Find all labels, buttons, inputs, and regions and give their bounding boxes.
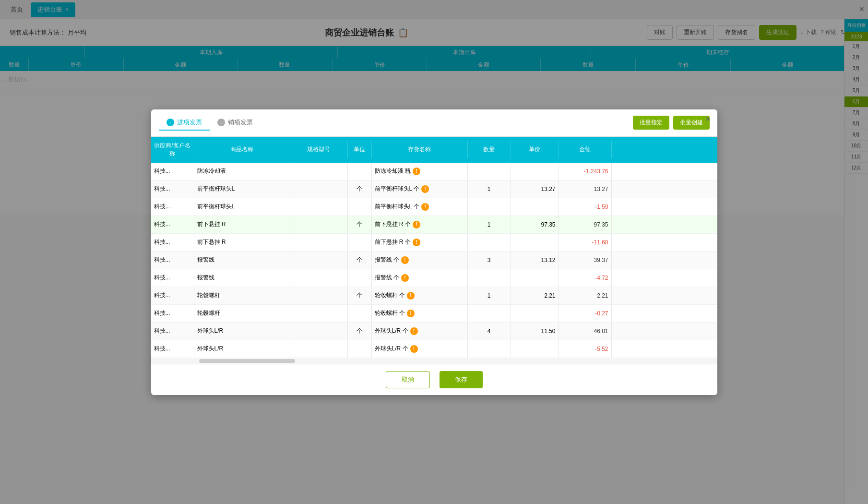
col-inventory-header: 存货名称 bbox=[372, 141, 468, 158]
cell-inventory: 外球头L/R 个 ! bbox=[372, 323, 468, 340]
warning-icon: ! bbox=[410, 345, 418, 353]
cell-qty: 3 bbox=[468, 252, 511, 269]
scroll-thumb[interactable] bbox=[199, 359, 295, 363]
warning-icon: ! bbox=[410, 327, 418, 335]
col-amount-header: 金额 bbox=[559, 141, 612, 158]
tab-input-invoice[interactable]: ↑ 进项发票 bbox=[159, 115, 210, 131]
cell-qty: 1 bbox=[468, 180, 511, 198]
warning-icon: ! bbox=[413, 221, 420, 228]
cell-product: 外球头L/R bbox=[194, 323, 290, 340]
cell-qty bbox=[468, 305, 511, 322]
modal-overlay: ↑ 进项发票 ↓ 销项发票 批量指定 批量创建 × bbox=[0, 0, 868, 504]
cell-supplier: 科技... bbox=[151, 305, 194, 322]
table-row[interactable]: 科技... 前下悬挂 R 个 前下悬挂 R 个 ! 1 97.35 97.35 bbox=[151, 216, 717, 234]
cell-amount: 13.27 bbox=[559, 180, 612, 198]
cell-spec bbox=[290, 252, 348, 269]
warning-icon: ! bbox=[421, 185, 429, 193]
warning-icon: ! bbox=[401, 256, 409, 264]
cell-unit: 个 bbox=[348, 216, 372, 233]
cell-inventory: 前平衡杆球头L 个 ! bbox=[372, 180, 468, 198]
table-row[interactable]: 科技... 外球头L/R 外球头L/R 个 ! -5.52 bbox=[151, 340, 717, 358]
save-button[interactable]: 保存 bbox=[440, 371, 483, 388]
cell-qty: 4 bbox=[468, 323, 511, 340]
dialog: ↑ 进项发票 ↓ 销项发票 批量指定 批量创建 × bbox=[151, 109, 717, 395]
scroll-area[interactable] bbox=[151, 358, 717, 364]
table-row[interactable]: 科技... 前平衡杆球头L 前平衡杆球头L 个 ! -1.59 bbox=[151, 198, 717, 216]
cell-price bbox=[511, 234, 559, 251]
cell-product: 报警线 bbox=[194, 269, 290, 287]
table-row[interactable]: 科技... 外球头L/R 个 外球头L/R 个 ! 4 11.50 46.01 bbox=[151, 323, 717, 340]
main-content: 销售成本计算方法： 月平均 商贸企业进销台账 📋 对账 重新开账 存货别名 生成… bbox=[0, 19, 868, 504]
cell-qty: 1 bbox=[468, 287, 511, 304]
col-price-header: 单价 bbox=[511, 141, 559, 158]
tab-output-invoice[interactable]: ↓ 销项发票 bbox=[210, 115, 261, 131]
batch-assign-button[interactable]: 批量指定 bbox=[633, 116, 669, 130]
col-spec-header: 规格型号 bbox=[290, 141, 348, 158]
dialog-header-actions: 批量指定 批量创建 bbox=[633, 116, 710, 130]
cell-product: 前平衡杆球头L bbox=[194, 180, 290, 198]
cell-supplier: 科技... bbox=[151, 180, 194, 198]
cell-spec bbox=[290, 305, 348, 322]
table-row[interactable]: 科技... 报警线 报警线 个 ! -4.72 bbox=[151, 269, 717, 287]
cell-qty bbox=[468, 198, 511, 216]
cell-unit: 个 bbox=[348, 252, 372, 269]
cell-spec bbox=[290, 216, 348, 233]
cell-amount: -11.68 bbox=[559, 234, 612, 251]
warning-icon: ! bbox=[413, 239, 420, 246]
cell-inventory: 外球头L/R 个 ! bbox=[372, 340, 468, 358]
cell-price bbox=[511, 305, 559, 322]
cell-spec bbox=[290, 287, 348, 304]
cell-spec bbox=[290, 163, 348, 180]
cell-inventory: 报警线 个 ! bbox=[372, 252, 468, 269]
cell-spec bbox=[290, 180, 348, 198]
cell-supplier: 科技... bbox=[151, 323, 194, 340]
cell-qty bbox=[468, 340, 511, 358]
cell-price: 13.12 bbox=[511, 252, 559, 269]
dialog-tabs: ↑ 进项发票 ↓ 销项发票 bbox=[159, 115, 261, 131]
cell-product: 前平衡杆球头L bbox=[194, 198, 290, 216]
cell-unit bbox=[348, 269, 372, 287]
dialog-footer: 取消 保存 bbox=[151, 364, 717, 395]
cell-product: 报警线 bbox=[194, 252, 290, 269]
cell-amount: -4.72 bbox=[559, 269, 612, 287]
dialog-table-header: 供应商/客户名称 商品名称 规格型号 单位 存货名称 数量 单价 金额 bbox=[151, 137, 717, 163]
cell-unit: 个 bbox=[348, 323, 372, 340]
table-row[interactable]: 科技... 前下悬挂 R 前下悬挂 R 个 ! -11.68 bbox=[151, 234, 717, 252]
cell-price: 2.21 bbox=[511, 287, 559, 304]
cancel-button[interactable]: 取消 bbox=[386, 371, 430, 388]
cell-unit bbox=[348, 340, 372, 358]
cell-inventory: 轮毂螺杆 个 ! bbox=[372, 287, 468, 304]
cell-amount: 46.01 bbox=[559, 323, 612, 340]
cell-supplier: 科技... bbox=[151, 287, 194, 304]
batch-create-button[interactable]: 批量创建 bbox=[673, 116, 710, 130]
warning-icon: ! bbox=[421, 203, 429, 211]
cell-unit bbox=[348, 198, 372, 216]
warning-icon: ! bbox=[413, 168, 420, 175]
cell-amount: 97.35 bbox=[559, 216, 612, 233]
cell-spec bbox=[290, 340, 348, 358]
table-row[interactable]: 科技... 报警线 个 报警线 个 ! 3 13.12 39.37 bbox=[151, 252, 717, 269]
cell-product: 防冻冷却液 bbox=[194, 163, 290, 180]
cell-supplier: 科技... bbox=[151, 163, 194, 180]
table-row[interactable]: 科技... 前平衡杆球头L 个 前平衡杆球头L 个 ! 1 13.27 13.2… bbox=[151, 180, 717, 198]
cell-unit bbox=[348, 163, 372, 180]
table-row[interactable]: 科技... 防冻冷却液 防冻冷却液 瓶 ! -1,243.76 bbox=[151, 163, 717, 180]
cell-product: 轮毂螺杆 bbox=[194, 287, 290, 304]
warning-icon: ! bbox=[407, 310, 415, 317]
cell-spec bbox=[290, 323, 348, 340]
cell-amount: -0.27 bbox=[559, 305, 612, 322]
svg-text:↑: ↑ bbox=[169, 121, 171, 124]
cell-unit: 个 bbox=[348, 287, 372, 304]
cell-price bbox=[511, 269, 559, 287]
table-row[interactable]: 科技... 轮毂螺杆 个 轮毂螺杆 个 ! 1 2.21 2.21 bbox=[151, 287, 717, 305]
cell-unit bbox=[348, 234, 372, 251]
col-qty-header: 数量 bbox=[468, 141, 511, 158]
cell-price bbox=[511, 163, 559, 180]
cell-unit: 个 bbox=[348, 180, 372, 198]
cell-supplier: 科技... bbox=[151, 198, 194, 216]
cell-price: 11.50 bbox=[511, 323, 559, 340]
warning-icon: ! bbox=[407, 292, 415, 300]
table-row[interactable]: 科技... 轮毂螺杆 轮毂螺杆 个 ! -0.27 bbox=[151, 305, 717, 323]
dialog-close-button[interactable]: × bbox=[705, 114, 711, 124]
cell-supplier: 科技... bbox=[151, 252, 194, 269]
